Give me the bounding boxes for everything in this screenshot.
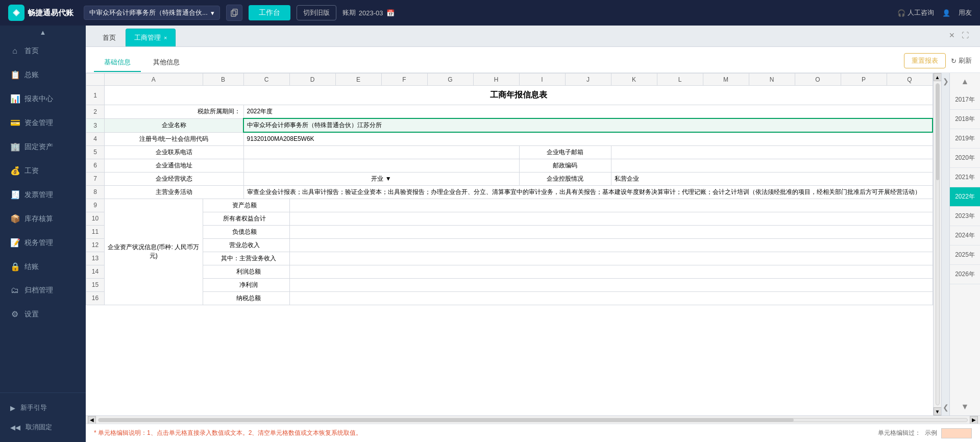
biz-status-value[interactable]: 开业 ▼ bbox=[243, 172, 519, 185]
year-item-2018年[interactable]: 2018年 bbox=[950, 110, 980, 129]
sidebar-bottom-guide[interactable]: ▶新手引导 bbox=[0, 398, 86, 418]
workbench-button[interactable]: 工作台 bbox=[249, 5, 290, 20]
tab-home[interactable]: 首页 bbox=[94, 29, 125, 46]
company-name-value[interactable]: 中审众环会计师事务所（特殊普通合伙）江苏分所 bbox=[243, 118, 933, 132]
sidebar-item-archive[interactable]: 🗂归档管理 bbox=[0, 279, 86, 302]
tax-period-value: 2022年度 bbox=[243, 105, 933, 119]
postal-value[interactable] bbox=[611, 159, 933, 172]
vertical-scrollbar[interactable]: ▲ ▼ bbox=[933, 73, 941, 415]
maximize-window-button[interactable]: ⛶ bbox=[960, 30, 971, 41]
headset-icon: 🎧 bbox=[897, 9, 905, 17]
asset-value-16[interactable] bbox=[289, 291, 933, 305]
status-bar: * 单元格编辑说明：1、点击单元格直接录入数值或文本。2、清空单元格数值或文本恢… bbox=[86, 424, 980, 442]
main-biz-value[interactable]: 审查企业会计报表；出具审计报告；验证企业资本；出具验资报告；办理企业合开、分立、… bbox=[243, 185, 933, 199]
asset-label-11: 负债总额 bbox=[203, 225, 289, 238]
refresh-label: 刷新 bbox=[959, 56, 972, 65]
tab-close-bizreg[interactable]: × bbox=[164, 35, 167, 41]
scroll-left-button[interactable]: ◀ bbox=[88, 416, 96, 424]
year-scroll-down[interactable]: ▼ bbox=[950, 398, 980, 415]
tab-bar: 首页工商管理× bbox=[86, 26, 980, 47]
year-item-2021年[interactable]: 2021年 bbox=[950, 168, 980, 187]
sidebar-label-archive: 归档管理 bbox=[24, 286, 53, 295]
calendar-icon[interactable]: 📅 bbox=[386, 9, 395, 17]
address-value[interactable] bbox=[243, 159, 519, 172]
sidebar-scroll-up[interactable]: ▲ bbox=[0, 26, 86, 39]
sub-tab-basic[interactable]: 基础信息 bbox=[94, 54, 141, 72]
sidebar-item-tax[interactable]: 📝税务管理 bbox=[0, 231, 86, 255]
tab-label-home: 首页 bbox=[103, 34, 116, 41]
sidebar-icon-ledger: 📋 bbox=[10, 70, 19, 80]
col-header-H: H bbox=[473, 73, 519, 86]
year-item-2020年[interactable]: 2020年 bbox=[950, 149, 980, 168]
horizontal-scrollbar[interactable]: ◀ ▶ bbox=[86, 415, 980, 424]
header-right: 🎧 人工咨询 👤 用友 bbox=[897, 8, 972, 17]
page-content: 基础信息其他信息 重置报表 ↻ 刷新 ABCDEFGHIJKL bbox=[86, 47, 980, 442]
row-num-10: 10 bbox=[86, 212, 105, 225]
spreadsheet-scroll[interactable]: ABCDEFGHIJKLMNOPQ1工商年报信息表2税款所属期间：2022年度3… bbox=[86, 73, 933, 415]
col-header-J: J bbox=[565, 73, 611, 86]
sidebar-bottom-unpin[interactable]: ◀◀取消固定 bbox=[0, 418, 86, 437]
row-num-16: 16 bbox=[86, 291, 105, 305]
year-item-2022年[interactable]: 2022年 bbox=[950, 187, 980, 207]
address-label: 企业通信地址 bbox=[105, 159, 244, 172]
asset-value-14[interactable] bbox=[289, 265, 933, 278]
biz-status-label: 企业经营状态 bbox=[105, 172, 244, 185]
sidebar-item-inventory[interactable]: 📦库存核算 bbox=[0, 207, 86, 231]
year-item-2026年[interactable]: 2026年 bbox=[950, 265, 980, 284]
year-item-2024年[interactable]: 2024年 bbox=[950, 226, 980, 245]
close-window-button[interactable]: ✕ bbox=[946, 30, 958, 41]
sidebar-item-asset[interactable]: 🏢固定资产 bbox=[0, 135, 86, 159]
sidebar-icon-settings: ⚙ bbox=[10, 309, 19, 319]
sidebar-item-report[interactable]: 📊报表中心 bbox=[0, 87, 86, 111]
col-header-P: P bbox=[841, 73, 887, 86]
sub-tab-other[interactable]: 其他信息 bbox=[143, 54, 190, 72]
asset-value-9[interactable] bbox=[289, 199, 933, 212]
asset-value-10[interactable] bbox=[289, 212, 933, 225]
sidebar-icon-finance: 💳 bbox=[10, 118, 19, 128]
asset-value-11[interactable] bbox=[289, 225, 933, 238]
scroll-track[interactable] bbox=[936, 83, 940, 405]
year-item-2023年[interactable]: 2023年 bbox=[950, 207, 980, 226]
year-scroll-up[interactable]: ▲ bbox=[950, 73, 980, 90]
scroll-thumb bbox=[936, 84, 939, 180]
sidebar-icon-archive: 🗂 bbox=[10, 286, 19, 295]
sidebar-item-settings[interactable]: ⚙设置 bbox=[0, 302, 86, 326]
copy-button[interactable] bbox=[226, 5, 242, 21]
user-name[interactable]: 用友 bbox=[959, 8, 972, 17]
scroll-right-button[interactable]: ▶ bbox=[970, 416, 978, 424]
row-num-8: 8 bbox=[86, 185, 105, 199]
asset-value-15[interactable] bbox=[289, 278, 933, 291]
phone-value[interactable] bbox=[243, 145, 519, 159]
sidebar-item-closing[interactable]: 🔒结账 bbox=[0, 255, 86, 279]
email-value[interactable] bbox=[611, 145, 933, 159]
app-name: 畅捷通易代账 bbox=[28, 8, 74, 18]
tab-label-bizreg: 工商管理 bbox=[134, 34, 161, 41]
col-header-O: O bbox=[795, 73, 841, 86]
company-name-label: 企业名称 bbox=[105, 118, 244, 132]
h-scroll-track[interactable] bbox=[98, 418, 968, 422]
year-item-2025年[interactable]: 2025年 bbox=[950, 245, 980, 265]
company-selector[interactable]: 中审众环会计师事务所（特殊普通合伙... ▾ bbox=[84, 6, 220, 20]
tax-period-label: 税款所属期间： bbox=[105, 105, 244, 119]
sidebar-item-ledger[interactable]: 📋总账 bbox=[0, 63, 86, 87]
reset-report-button[interactable]: 重置报表 bbox=[904, 53, 946, 68]
tab-bizreg[interactable]: 工商管理× bbox=[126, 29, 176, 46]
support-button[interactable]: 🎧 人工咨询 bbox=[897, 8, 934, 17]
phone-label: 企业联系电话 bbox=[105, 145, 244, 159]
asset-label-16: 纳税总额 bbox=[203, 291, 289, 305]
sidebar-item-payroll[interactable]: 💰工资 bbox=[0, 159, 86, 183]
bottom-label-guide: 新手引导 bbox=[20, 403, 47, 412]
asset-value-13[interactable] bbox=[289, 252, 933, 265]
asset-value-12[interactable] bbox=[289, 238, 933, 252]
switch-version-button[interactable]: 切到旧版 bbox=[297, 5, 336, 20]
holding-value[interactable]: 私营企业 bbox=[611, 172, 933, 185]
year-item-2017年[interactable]: 2017年 bbox=[950, 90, 980, 110]
col-header-F: F bbox=[381, 73, 427, 86]
sidebar-item-finance[interactable]: 💳资金管理 bbox=[0, 111, 86, 135]
sidebar-item-home[interactable]: ⌂首页 bbox=[0, 39, 86, 63]
refresh-button[interactable]: ↻ 刷新 bbox=[951, 56, 972, 65]
sidebar-bottom: ▶新手引导◀◀取消固定 bbox=[0, 392, 86, 442]
sidebar-item-invoice[interactable]: 🧾发票管理 bbox=[0, 183, 86, 207]
year-item-2019年[interactable]: 2019年 bbox=[950, 129, 980, 149]
spreadsheet-wrapper: ABCDEFGHIJKLMNOPQ1工商年报信息表2税款所属期间：2022年度3… bbox=[86, 73, 980, 424]
